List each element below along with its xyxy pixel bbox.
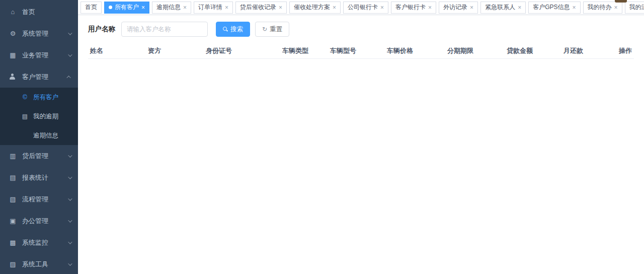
sidebar-item-8[interactable]: ▩系统监控 — [0, 232, 78, 253]
column-header: 车辆型号 — [328, 43, 385, 58]
close-icon[interactable]: × — [279, 5, 282, 11]
search-button-label: 搜索 — [230, 25, 243, 34]
sidebar-item-label: 系统工具 — [22, 260, 65, 269]
tool-icon: ▨ — [9, 260, 17, 268]
sidebar-item-3[interactable]: 客户管理 — [0, 66, 78, 88]
customer-table: 姓名资方身份证号车辆类型车辆型号车辆价格分期期限贷款金额月还款操作 — [88, 43, 634, 59]
tab-11[interactable]: 我的待办× — [583, 2, 622, 14]
search-field-label: 用户名称 — [88, 25, 115, 34]
sidebar-item-label: 客户管理 — [22, 73, 65, 82]
tab-label: 公司银行卡 — [348, 3, 378, 12]
book-icon: ▥ — [9, 152, 17, 160]
chevron-down-icon — [68, 196, 72, 200]
reset-button[interactable]: ↻ 重置 — [255, 22, 289, 37]
sidebar-subitem-2[interactable]: 逾期信息 — [0, 126, 78, 145]
chevron-down-icon — [68, 218, 72, 222]
gear-icon: ⚙ — [9, 30, 17, 37]
sidebar-item-5[interactable]: ▤报表统计 — [0, 167, 78, 188]
chevron-down-icon — [68, 153, 72, 157]
close-icon[interactable]: × — [518, 5, 521, 11]
column-header: 贷款金额 — [505, 43, 561, 58]
close-icon[interactable]: × — [572, 5, 576, 11]
tab-label: 贷后催收记录 — [240, 3, 276, 12]
tab-label: 逾期信息 — [156, 3, 181, 12]
sidebar-item-label: 贷后管理 — [22, 152, 65, 161]
close-icon[interactable]: × — [183, 5, 187, 11]
chart-icon: ▤ — [9, 174, 17, 181]
sidebar-item-label: 业务管理 — [22, 51, 65, 60]
tab-label: 客户银行卡 — [395, 3, 426, 12]
grid-icon: ▦ — [9, 51, 17, 59]
user-icon — [9, 74, 17, 80]
customer-table-container: 姓名资方身份证号车辆类型车辆型号车辆价格分期期限贷款金额月还款操作 — [78, 43, 644, 274]
tab-label: 客户GPS信息 — [533, 3, 570, 12]
customer-name-input[interactable] — [121, 22, 208, 37]
chevron-down-icon — [68, 240, 72, 244]
sidebar-item-7[interactable]: ▣办公管理 — [0, 210, 78, 232]
chevron-down-icon — [68, 52, 72, 56]
column-header: 操作 — [608, 43, 634, 58]
sidebar-item-0[interactable]: ⌂首页 — [0, 1, 78, 23]
tab-0[interactable]: 首页 — [80, 2, 102, 14]
tab-label: 我的待办 — [588, 3, 612, 12]
search-button[interactable]: 搜索 — [216, 22, 250, 37]
tab-1[interactable]: 所有客户× — [104, 2, 149, 14]
tab-label: 紧急联系人 — [485, 3, 515, 12]
sidebar-item-label: 首页 — [22, 8, 71, 17]
avatar-fragment — [615, 0, 627, 3]
card-icon: ▤ — [21, 113, 29, 120]
tab-5[interactable]: 催收处理方案× — [289, 2, 341, 14]
close-icon[interactable]: × — [333, 5, 336, 11]
sidebar-item-label: 流程管理 — [22, 195, 65, 204]
sidebar-submenu: ©所有客户▤我的逾期逾期信息 — [0, 88, 78, 145]
tab-3[interactable]: 订单详情× — [194, 2, 233, 14]
close-icon[interactable]: × — [470, 5, 473, 11]
column-header: 姓名 — [88, 43, 146, 58]
search-form: 用户名称 搜索 ↻ 重置 — [78, 15, 644, 43]
sidebar-subitem-1[interactable]: ▤我的逾期 — [0, 107, 78, 126]
tab-9[interactable]: 紧急联系人× — [480, 2, 526, 14]
close-icon[interactable]: × — [428, 5, 432, 11]
sidebar-item-6[interactable]: ▧流程管理 — [0, 188, 78, 210]
tab-2[interactable]: 逾期信息× — [152, 2, 191, 14]
tab-label: 外访记录 — [443, 3, 467, 12]
tab-4[interactable]: 贷后催收记录× — [235, 2, 287, 14]
chevron-down-icon — [68, 175, 72, 179]
tab-7[interactable]: 客户银行卡× — [391, 2, 436, 14]
sidebar-item-1[interactable]: ⚙系统管理 — [0, 23, 78, 44]
column-header: 车辆类型 — [280, 43, 328, 58]
sidebar-item-2[interactable]: ▦业务管理 — [0, 44, 78, 66]
close-icon[interactable]: × — [380, 5, 384, 11]
sidebar-item-9[interactable]: ▨系统工具 — [0, 253, 78, 274]
sidebar-item-label: 系统监控 — [22, 238, 65, 247]
sidebar-item-4[interactable]: ▥贷后管理 — [0, 145, 78, 167]
sidebar-subitem-0[interactable]: ©所有客户 — [0, 88, 78, 107]
tab-label: 我的流程 — [629, 3, 644, 12]
tab-label: 所有客户 — [115, 3, 139, 12]
close-icon[interactable]: × — [614, 5, 618, 11]
column-header: 资方 — [146, 43, 204, 58]
tags-view-bar: 首页所有客户×逾期信息×订单详情×贷后催收记录×催收处理方案×公司银行卡×客户银… — [78, 0, 644, 15]
tab-6[interactable]: 公司银行卡× — [343, 2, 388, 14]
sidebar: ⌂首页⚙系统管理▦业务管理客户管理©所有客户▤我的逾期逾期信息▥贷后管理▤报表统… — [0, 0, 78, 274]
search-icon — [223, 27, 228, 32]
tab-8[interactable]: 外访记录× — [439, 2, 478, 14]
home-icon: ⌂ — [9, 8, 17, 16]
table-header-row: 姓名资方身份证号车辆类型车辆型号车辆价格分期期限贷款金额月还款操作 — [88, 43, 634, 58]
active-dot-icon — [109, 6, 112, 9]
tab-label: 首页 — [85, 3, 97, 12]
sidebar-item-label: 办公管理 — [22, 217, 65, 226]
close-icon[interactable]: × — [141, 5, 145, 11]
sidebar-item-label: 报表统计 — [22, 173, 65, 182]
reset-button-label: 重置 — [270, 25, 282, 34]
sidebar-subitem-label: 所有客户 — [33, 93, 71, 102]
sidebar-subitem-label: 逾期信息 — [33, 131, 71, 140]
flow-icon: ▧ — [9, 195, 17, 203]
close-icon[interactable]: × — [225, 5, 228, 11]
column-header: 月还款 — [561, 43, 608, 58]
chevron-down-icon — [68, 261, 72, 265]
office-icon: ▣ — [9, 217, 17, 225]
tab-10[interactable]: 客户GPS信息× — [528, 2, 580, 14]
tab-12[interactable]: 我的流程× — [625, 2, 644, 14]
tab-label: 订单详情 — [198, 3, 222, 12]
